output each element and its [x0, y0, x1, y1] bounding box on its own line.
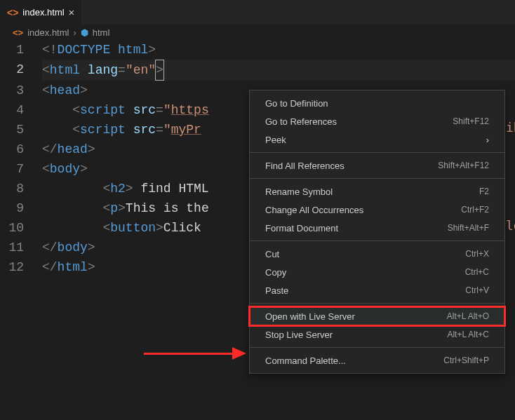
menu-item-shortcut: Ctrl+C	[465, 267, 489, 277]
menu-item-peek[interactable]: Peek›	[250, 130, 504, 149]
menu-item-change-all-occurrences[interactable]: Change All OccurrencesCtrl+F2	[250, 201, 504, 219]
text-cursor: >	[155, 60, 164, 81]
menu-item-cut[interactable]: CutCtrl+X	[250, 245, 504, 263]
code-line[interactable]: 1<!DOCTYPE html>	[0, 40, 515, 60]
tab-label: index.html	[22, 7, 64, 18]
line-number: 7	[0, 159, 42, 179]
line-number: 9	[0, 198, 42, 218]
menu-item-shortcut: Ctrl+X	[465, 249, 489, 259]
menu-item-label: Open with Live Server	[265, 311, 355, 322]
menu-item-label: Command Palette...	[265, 355, 346, 366]
menu-item-shortcut: Ctrl+F2	[461, 205, 489, 215]
menu-item-open-with-live-server[interactable]: Open with Live ServerAlt+L Alt+O	[250, 307, 504, 325]
tab-bar: <> index.html ×	[0, 0, 515, 25]
line-number: 3	[0, 81, 42, 100]
menu-item-rename-symbol[interactable]: Rename SymbolF2	[250, 182, 504, 201]
menu-item-shortcut: Shift+Alt+F12	[438, 161, 489, 170]
chevron-right-icon: ›	[486, 135, 489, 145]
line-number: 11	[0, 238, 42, 257]
menu-item-label: Change All Occurrences	[265, 205, 363, 215]
menu-item-go-to-definition[interactable]: Go to Definition	[250, 94, 504, 112]
menu-item-stop-live-server[interactable]: Stop Live ServerAlt+L Alt+C	[250, 325, 504, 344]
menu-item-label: Find All References	[265, 161, 345, 171]
menu-item-label: Stop Live Server	[265, 330, 333, 340]
line-number: 4	[0, 100, 42, 120]
code-line[interactable]: 2<html lang="en">	[0, 60, 515, 81]
code-overflow: ibs	[506, 118, 515, 137]
menu-item-label: Go to References	[265, 116, 337, 127]
menu-item-shortcut: Ctrl+V	[465, 285, 489, 295]
menu-item-copy[interactable]: CopyCtrl+C	[250, 263, 504, 281]
line-number: 5	[0, 120, 42, 140]
menu-separator	[250, 303, 504, 304]
line-number: 8	[0, 179, 42, 198]
menu-item-shortcut: Alt+L Alt+O	[447, 311, 489, 321]
code-content[interactable]: <html lang="en">	[42, 60, 515, 81]
menu-item-label: Go to Definition	[265, 98, 328, 109]
line-number: 6	[0, 140, 42, 159]
menu-item-shortcut: Ctrl+Shift+P	[443, 355, 489, 365]
menu-item-label: Format Document	[265, 223, 338, 233]
menu-separator	[250, 347, 504, 348]
close-icon[interactable]: ×	[69, 6, 75, 18]
code-content[interactable]: <!DOCTYPE html>	[42, 40, 515, 60]
context-menu: Go to DefinitionGo to ReferencesShift+F1…	[249, 90, 505, 374]
menu-item-shortcut: Shift+F12	[453, 116, 489, 126]
menu-item-shortcut: F2	[479, 187, 489, 196]
html-file-icon: <>	[13, 27, 23, 38]
line-number: 10	[0, 218, 42, 238]
menu-item-label: Rename Symbol	[265, 187, 333, 197]
menu-item-go-to-references[interactable]: Go to ReferencesShift+F12	[250, 112, 504, 130]
menu-separator	[250, 178, 504, 179]
highlight-arrow	[144, 349, 249, 358]
symbol-icon: ⬢	[81, 27, 88, 38]
line-number: 2	[0, 60, 42, 81]
breadcrumb[interactable]: <> index.html › ⬢ html	[0, 25, 515, 40]
menu-separator	[250, 152, 504, 153]
menu-item-label: Paste	[265, 285, 288, 296]
html-file-icon: <>	[7, 7, 18, 18]
menu-item-find-all-references[interactable]: Find All ReferencesShift+Alt+F12	[250, 156, 504, 175]
line-number: 1	[0, 40, 42, 60]
menu-item-label: Copy	[265, 267, 286, 278]
menu-item-shortcut: Alt+L Alt+C	[447, 330, 489, 339]
code-overflow: le	[506, 216, 515, 236]
line-number: 12	[0, 257, 42, 277]
menu-item-label: Peek	[265, 135, 286, 145]
menu-item-shortcut: Shift+Alt+F	[448, 223, 489, 233]
tab-index-html[interactable]: <> index.html ×	[0, 0, 82, 25]
menu-item-paste[interactable]: PasteCtrl+V	[250, 281, 504, 299]
breadcrumb-file: index.html	[27, 27, 69, 38]
breadcrumb-symbol: html	[93, 27, 110, 38]
menu-item-command-palette[interactable]: Command Palette...Ctrl+Shift+P	[250, 351, 504, 370]
chevron-right-icon: ›	[73, 27, 76, 38]
menu-item-format-document[interactable]: Format DocumentShift+Alt+F	[250, 219, 504, 237]
menu-separator	[250, 241, 504, 241]
menu-item-label: Cut	[265, 249, 279, 259]
